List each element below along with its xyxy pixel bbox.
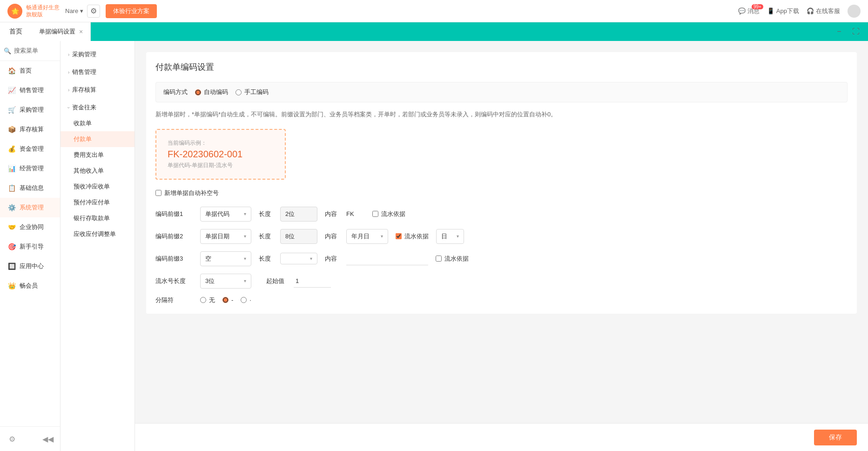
sub-sidebar-sales-title[interactable]: › 销售管理 [61,64,135,80]
sidebar-item-member[interactable]: 👑 畅会员 [0,276,60,296]
prefix3-label: 编码前缀3 [155,255,193,263]
separator-dot-radio[interactable] [222,297,229,303]
settings-footer-button[interactable]: ⚙ [6,432,19,445]
sidebar-item-operations[interactable]: 📊 经营管理 [0,159,60,178]
prefix3-content-input[interactable] [346,252,428,265]
avatar[interactable] [848,5,861,18]
prefix3-stream-checkbox[interactable] [436,256,442,262]
online-service-button[interactable]: 🎧 在线客服 [807,7,840,15]
separator-none-option[interactable]: 无 [200,296,215,304]
sidebar-items: 🏠 首页 📈 销售管理 🛒 采购管理 📦 库存核算 💰 资金管理 📊 经 [0,61,60,426]
sidebar-item-system[interactable]: ⚙️ 系统管理 [0,198,60,217]
sidebar-item-system-label: 系统管理 [20,203,44,212]
app-download-button[interactable]: 📱 App下载 [767,7,799,15]
save-button[interactable]: 保存 [814,430,857,445]
logo-text: 畅通通好生意 旗舰版 [26,4,60,18]
sub-sidebar: › 采购管理 › 销售管理 › 库存核算 › 资金往来 [61,41,135,451]
sidebar-item-inventory[interactable]: 📦 库存核算 [0,120,60,139]
tab-current[interactable]: 单据编码设置 × [32,22,91,41]
auto-fill-checkbox[interactable] [155,190,161,196]
sub-sidebar-purchase-title[interactable]: › 采购管理 [61,47,135,62]
serial-start-input[interactable] [294,275,331,288]
tab-minimize-button[interactable]: − [833,25,846,38]
separator-middle-dot-option[interactable]: · [241,296,251,303]
auto-encoding-label: 自动编码 [204,88,228,96]
prefix1-stream-checkbox[interactable] [372,211,378,217]
page-title: 付款单编码设置 [155,61,848,73]
sub-sidebar-item-adjust[interactable]: 应收应付调整单 [61,226,135,242]
search-menu-button[interactable]: 🔍 搜索菜单 [0,41,60,61]
tab-close-icon[interactable]: × [79,28,83,35]
message-button[interactable]: 💬 消息 99+ [738,7,760,15]
preview-label: 当前编码示例： [168,139,274,147]
sidebar-item-home[interactable]: 🏠 首页 [0,61,60,81]
sidebar-item-basics-label: 基础信息 [20,184,44,192]
trial-button[interactable]: 体验行业方案 [106,4,157,18]
settings-button[interactable]: ⚙ [87,5,100,18]
sub-sidebar-capital-label: 资金往来 [72,103,96,112]
prefix1-content-label: 内容 [325,210,337,218]
info-text: 新增单据时，*单据编码*自动生成，不可编辑。前缀设置为部门、业务员等档案类，开单… [155,110,848,120]
manual-encoding-input[interactable] [236,89,242,95]
sidebar-item-finance[interactable]: 💰 资金管理 [0,139,60,159]
sub-sidebar-item-other-income[interactable]: 其他收入单 [61,163,135,179]
prefix1-arrow-icon: ▾ [244,211,246,216]
separator-none-radio[interactable] [200,297,206,303]
collapse-sidebar-button[interactable]: ◀◀ [41,432,54,445]
manual-encoding-radio[interactable]: 手工编码 [236,88,269,96]
auto-encoding-radio[interactable]: 自动编码 [195,88,228,96]
sidebar-item-apps[interactable]: 🔲 应用中心 [0,256,60,276]
nav-dropdown[interactable]: Nare ▾ [65,7,83,14]
chevron-capital-icon: › [66,107,71,108]
prefix1-value: 单据代码 [205,210,229,218]
sidebar-item-sales[interactable]: 📈 销售管理 [0,81,60,100]
serial-start-label: 起始值 [266,277,284,285]
sidebar-item-basics[interactable]: 📋 基础信息 [0,178,60,198]
prefix2-content-select[interactable]: 年月日 ▾ [346,229,388,244]
prefix2-select[interactable]: 单据日期 ▾ [200,229,251,244]
serial-length-select[interactable]: 3位 ▾ [200,274,251,289]
auto-fill-label: 新增单据自动补空号 [164,189,219,197]
message-badge: 99+ [752,4,763,9]
prefix1-stream-label: 流水依据 [381,210,405,218]
prefix2-stream-checkbox[interactable] [396,233,402,239]
preview-desc: 单据代码-单据日期-流水号 [168,162,274,169]
tab-home[interactable]: 首页 [0,22,32,41]
sidebar-item-guide[interactable]: 🎯 新手引导 [0,237,60,256]
home-icon: 🏠 [7,67,16,75]
sub-sidebar-item-prepay-recv[interactable]: 预收冲应收单 [61,179,135,195]
sub-sidebar-item-expense[interactable]: 费用支出单 [61,147,135,163]
chevron-down-icon: ▾ [80,7,83,14]
separator-options: 无 - · [200,296,251,304]
prefix2-period-select[interactable]: 日 ▾ [436,229,464,244]
auto-encoding-input[interactable] [195,89,201,95]
prefix3-select[interactable]: 空 ▾ [200,251,251,266]
prefix2-length-label: 长度 [259,232,271,241]
sub-sidebar-item-receipt[interactable]: 收款单 [61,115,135,131]
logo: 🌟 畅通通好生意 旗舰版 [7,4,60,19]
sidebar-item-sales-label: 销售管理 [20,86,44,94]
tab-maximize-button[interactable]: ⛶ [849,25,862,38]
sub-sidebar-capital-title[interactable]: › 资金往来 [61,100,135,115]
sidebar-item-enterprise[interactable]: 🤝 企业协同 [0,217,60,237]
sub-sidebar-inventory-title[interactable]: › 库存核算 [61,82,135,98]
separator-middle-dot-radio[interactable] [241,297,247,303]
sidebar-item-purchase[interactable]: 🛒 采购管理 [0,100,60,120]
serial-row: 流水号长度 3位 ▾ 起始值 [155,274,848,289]
prefix2-value: 单据日期 [205,232,229,241]
prefix2-length-input: 8位 [280,229,317,244]
sub-sidebar-inventory-label: 库存核算 [72,86,96,94]
prefix3-length-select[interactable]: ▾ [280,253,317,264]
chevron-sales-icon: › [68,70,69,75]
sub-sidebar-item-bank[interactable]: 银行存取款单 [61,210,135,226]
sidebar-item-guide-label: 新手引导 [20,242,44,251]
sub-sidebar-group-capital: › 资金往来 收款单 付款单 费用支出单 其他收入单 预收冲应收单 预付冲应付单… [61,100,135,242]
topbar-right: 💬 消息 99+ 📱 App下载 🎧 在线客服 [738,5,861,18]
prefix3-length-arrow-icon: ▾ [310,256,312,261]
sub-sidebar-item-prepay-pay[interactable]: 预付冲应付单 [61,195,135,210]
prefix1-stream-row: 流水依据 [372,210,405,218]
prefix1-select[interactable]: 单据代码 ▾ [200,207,251,222]
sub-sidebar-item-payment[interactable]: 付款单 [61,131,135,147]
separator-dot-option[interactable]: - [222,296,233,303]
topbar-left: 🌟 畅通通好生意 旗舰版 Nare ▾ ⚙ 体验行业方案 [7,4,157,19]
